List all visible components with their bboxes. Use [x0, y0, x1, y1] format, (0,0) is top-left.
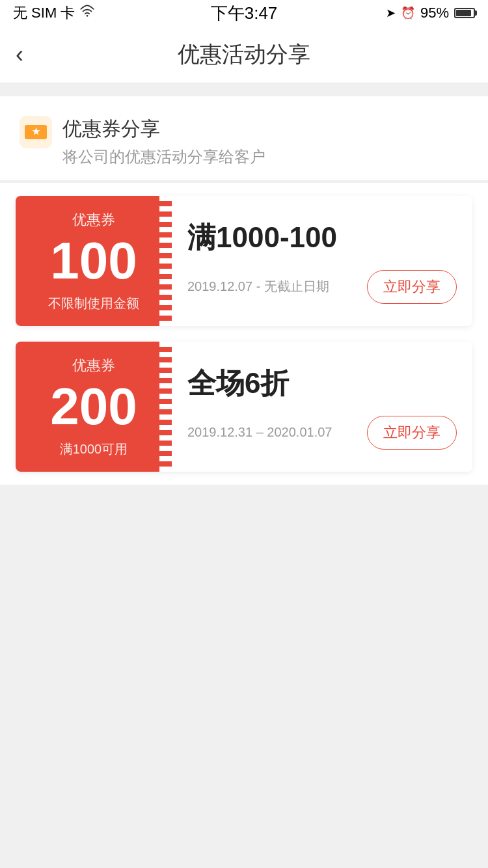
- coupon-right-1: 满1000-100 2019.12.07 - 无截止日期 立即分享: [172, 196, 472, 326]
- coupon-value-2: 200: [50, 381, 137, 433]
- section-title: 优惠券分享: [62, 116, 265, 142]
- coupon-condition-2: 满1000可用: [60, 441, 128, 458]
- battery-icon: [454, 8, 475, 18]
- section-subtitle: 将公司的优惠活动分享给客户: [62, 146, 265, 167]
- status-time: 下午3:47: [211, 2, 278, 25]
- coupon-condition-1: 不限制使用金额: [48, 295, 139, 312]
- coupon-name-1: 满1000-100: [187, 219, 457, 257]
- location-icon: ➤: [386, 6, 396, 20]
- coupon-left-2: 优惠券 200 满1000可用: [16, 342, 172, 472]
- svg-point-0: [87, 15, 88, 17]
- status-right: ➤ ⏰ 95%: [386, 5, 475, 21]
- page-background: [0, 485, 488, 868]
- coupon-footer-1: 2019.12.07 - 无截止日期 立即分享: [187, 270, 457, 304]
- page-title: 优惠活动分享: [178, 40, 310, 70]
- coupon-date-1: 2019.12.07 - 无截止日期: [187, 278, 360, 295]
- carrier-label: 无 SIM 卡: [13, 3, 75, 23]
- battery-percent: 95%: [420, 5, 449, 21]
- section-header: ★ 优惠券分享 将公司的优惠活动分享给客户: [0, 96, 488, 180]
- coupon-share-icon: ★: [20, 116, 52, 148]
- coupon-footer-2: 2019.12.31 – 2020.01.07 立即分享: [187, 416, 457, 450]
- coupon-type-2: 优惠券: [72, 356, 115, 375]
- coupon-card-2: 优惠券 200 满1000可用 全场6折 2019.12.31 – 2020.0…: [16, 342, 472, 472]
- coupon-list: 优惠券 100 不限制使用金额 满1000-100 2019.12.07 - 无…: [0, 183, 488, 485]
- wifi-icon: [80, 4, 94, 22]
- alarm-icon: ⏰: [401, 6, 415, 20]
- coupon-date-2: 2019.12.31 – 2020.01.07: [187, 425, 360, 440]
- share-button-2[interactable]: 立即分享: [367, 416, 457, 450]
- back-button[interactable]: ‹: [16, 43, 23, 66]
- status-bar: 无 SIM 卡 下午3:47 ➤ ⏰ 95%: [0, 0, 488, 26]
- status-left: 无 SIM 卡: [13, 3, 94, 23]
- nav-bar: ‹ 优惠活动分享: [0, 26, 488, 83]
- share-button-1[interactable]: 立即分享: [367, 270, 457, 304]
- coupon-right-2: 全场6折 2019.12.31 – 2020.01.07 立即分享: [172, 342, 472, 472]
- coupon-value-1: 100: [50, 235, 137, 287]
- coupon-card-1: 优惠券 100 不限制使用金额 满1000-100 2019.12.07 - 无…: [16, 196, 472, 326]
- coupon-type-1: 优惠券: [72, 210, 115, 230]
- coupon-name-2: 全场6折: [187, 364, 457, 403]
- section-text: 优惠券分享 将公司的优惠活动分享给客户: [62, 116, 265, 167]
- coupon-left-1: 优惠券 100 不限制使用金额: [16, 196, 172, 326]
- svg-text:★: ★: [32, 126, 40, 137]
